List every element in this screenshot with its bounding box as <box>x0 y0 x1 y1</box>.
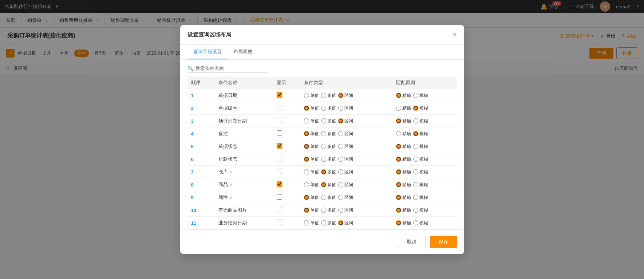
modal-tab-fields-label: 查询字段设置 <box>193 49 222 54</box>
modal-tab-layout-label: 布局调整 <box>233 49 252 54</box>
modal-tab-fields[interactable]: 查询字段设置 <box>187 45 228 59</box>
settings-modal: 设置查询区域布局 × 查询字段设置 布局调整 🔍 顺序 <box>180 25 464 75</box>
modal-search: 🔍 <box>180 60 464 73</box>
search-input[interactable] <box>195 66 261 71</box>
modal-header: 设置查询区域布局 × <box>180 25 464 45</box>
search-icon: 🔍 <box>187 66 193 71</box>
modal-title: 设置查询区域布局 <box>187 31 231 38</box>
modal-overlay: 设置查询区域布局 × 查询字段设置 布局调整 🔍 顺序 <box>0 0 644 75</box>
modal-close-btn[interactable]: × <box>453 31 457 39</box>
modal-tabs: 查询字段设置 布局调整 <box>180 45 464 60</box>
modal-tab-layout[interactable]: 布局调整 <box>228 45 258 59</box>
search-wrap: 🔍 <box>187 64 268 73</box>
